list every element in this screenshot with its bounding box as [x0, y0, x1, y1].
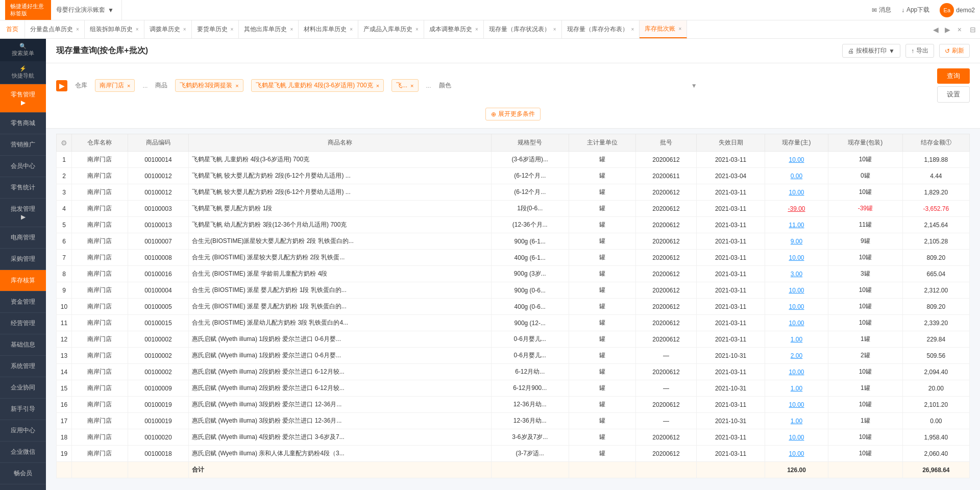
refresh-button[interactable]: ↺ 刷新 — [939, 44, 970, 58]
message-icon: ✉ — [872, 7, 877, 14]
app-download-button[interactable]: ↓ App下载 — [901, 6, 929, 14]
sidebar-item-system[interactable]: 系统管理 — [0, 356, 46, 377]
tab-prev-button[interactable]: ◀ — [930, 26, 942, 34]
close-icon[interactable]: × — [350, 27, 353, 32]
td-qty-main[interactable]: 10.00 — [765, 429, 828, 446]
tab-material-out[interactable]: 材料出库单历史 × — [299, 20, 358, 38]
tab-borrow[interactable]: 要货单历史 × — [192, 20, 239, 38]
sidebar-item-wholesale[interactable]: 批发管理 ▶ — [0, 199, 46, 227]
sidebar-search[interactable]: 🔍 搜索菜单 — [0, 39, 46, 61]
product-tag-2-close[interactable]: × — [376, 83, 379, 89]
td-spec: (3-6岁适用)... — [491, 152, 569, 168]
td-qty-main[interactable]: 10.00 — [765, 184, 828, 201]
td-qty-main[interactable]: 11.00 — [765, 217, 828, 233]
td-qty-main[interactable]: 10.00 — [765, 397, 828, 413]
user-profile[interactable]: Ea demo2 — [940, 3, 975, 17]
td-qty-main[interactable]: 10.00 — [765, 152, 828, 168]
sidebar-item-basic-info[interactable]: 基础信息 — [0, 334, 46, 356]
sidebar-item-retail-stats[interactable]: 零售统计 — [0, 177, 46, 199]
expand-button[interactable]: ⊕ 展开更多条件 — [485, 108, 541, 120]
sidebar-item-purchasing[interactable]: 采购管理 — [0, 249, 46, 270]
settings-icon[interactable]: ⚙ — [61, 139, 67, 147]
td-expire: 2021-03-11 — [697, 397, 765, 413]
filter-toggle-button[interactable]: ▶ — [56, 80, 67, 91]
sidebar-item-app-center[interactable]: 应用中心 — [0, 420, 46, 442]
close-icon[interactable]: × — [183, 27, 186, 32]
tab-other-out[interactable]: 其他出库单历史 × — [239, 20, 299, 38]
close-icon[interactable]: × — [631, 27, 634, 32]
sidebar-item-marketing[interactable]: 营销推广 — [0, 134, 46, 156]
sidebar-item-members[interactable]: 会员中心 — [0, 156, 46, 177]
td-batch: 20200612 — [635, 233, 696, 250]
arrow-icon: ▶ — [3, 213, 43, 220]
tab-batch-voucher[interactable]: 库存批次账 × — [640, 20, 687, 38]
td-expire: 2021-03-11 — [697, 184, 765, 201]
tab-menu-button[interactable]: ⊟ — [966, 26, 980, 34]
td-qty-main[interactable]: 2.00 — [765, 348, 828, 364]
td-code: 00100009 — [128, 380, 188, 397]
td-qty-main[interactable]: 1.00 — [765, 380, 828, 397]
sidebar-item-vip[interactable]: 畅会员 — [0, 463, 46, 484]
td-unit: 罐 — [569, 201, 635, 217]
tab-home[interactable]: 首页 — [0, 20, 25, 38]
close-icon[interactable]: × — [475, 27, 478, 32]
sidebar-item-enterprise-wechat[interactable]: 企业微信 — [0, 442, 46, 463]
td-qty-main[interactable]: 10.00 — [765, 250, 828, 266]
sidebar-item-finance[interactable]: 资金管理 — [0, 291, 46, 313]
td-qty-main[interactable]: 1.00 — [765, 413, 828, 429]
td-qty-main[interactable]: 1.00 — [765, 331, 828, 348]
tab-mix[interactable]: 调拨单历史 × — [144, 20, 192, 38]
tab-next-button[interactable]: ▶ — [942, 26, 953, 34]
export-button[interactable]: ↑ 导出 — [905, 44, 934, 58]
company-selector[interactable]: 母婴行业演示账套 ▼ — [51, 0, 122, 20]
sidebar-item-ecommerce[interactable]: 电商管理 — [0, 227, 46, 249]
close-icon[interactable]: × — [415, 27, 419, 32]
color-expand-icon[interactable]: ▼ — [691, 82, 697, 89]
close-icon[interactable]: × — [136, 27, 139, 32]
td-qty-main[interactable]: 0.00 — [765, 168, 828, 184]
td-no: 8 — [57, 266, 72, 282]
close-icon[interactable]: × — [290, 27, 293, 32]
tab-close-all-button[interactable]: × — [953, 26, 966, 34]
td-qty-main[interactable]: 9.00 — [765, 233, 828, 250]
td-qty-main[interactable]: 10.00 — [765, 299, 828, 315]
product-more[interactable]: ... — [426, 82, 431, 89]
close-icon[interactable]: × — [678, 26, 681, 32]
tab-split-check[interactable]: 分量盘点单历史 × — [25, 20, 85, 38]
sidebar-item-retail-mall[interactable]: 零售商城 — [0, 113, 46, 134]
product-filter-tag-2[interactable]: 飞鹤星飞帆 儿童奶粉 4段(3-6岁适用) 700克 × — [251, 79, 384, 92]
tab-inv-status[interactable]: 现存量（库存状况表） × — [484, 20, 562, 38]
td-qty-main[interactable]: 10.00 — [765, 315, 828, 331]
product-filter-tag-1[interactable]: 飞鹤奶粉3段两提装 × — [175, 79, 243, 92]
close-icon[interactable]: × — [231, 27, 234, 32]
tab-cost-adjust[interactable]: 成本调整单历史 × — [424, 20, 484, 38]
warehouse-tag-close[interactable]: × — [127, 83, 130, 89]
sidebar-item-new-guide[interactable]: 新手引导 — [0, 399, 46, 420]
warehouse-more[interactable]: ... — [142, 82, 148, 89]
warehouse-filter-tag[interactable]: 南岸门店 × — [95, 79, 135, 92]
message-button[interactable]: ✉ 消息 — [872, 6, 891, 14]
template-print-button[interactable]: 🖨 按模板打印 ▼ — [842, 44, 900, 58]
sidebar-quick-nav[interactable]: ⚡ 快捷导航 — [0, 61, 46, 84]
product-tag-1-close[interactable]: × — [235, 83, 238, 89]
sidebar-item-retail[interactable]: 零售管理 ▶ — [0, 84, 46, 113]
close-icon[interactable]: × — [553, 27, 556, 32]
sidebar-item-inventory[interactable]: 库存核算 — [0, 270, 46, 291]
sidebar-item-enterprise[interactable]: 企业协同 — [0, 377, 46, 399]
td-qty-main[interactable]: 10.00 — [765, 282, 828, 299]
td-qty-main[interactable]: -39.00 — [765, 201, 828, 217]
expand-more-conditions[interactable]: ⊕ 展开更多条件 — [56, 105, 970, 123]
tab-unpack[interactable]: 组装拆卸单历史 × — [85, 20, 144, 38]
tab-inv-dist[interactable]: 现存量（库存分布表） × — [562, 20, 640, 38]
tab-product-in[interactable]: 产成品入库单历史 × — [358, 20, 424, 38]
query-button[interactable]: 查询 — [937, 68, 970, 84]
td-qty-main[interactable]: 10.00 — [765, 446, 828, 462]
close-icon[interactable]: × — [76, 27, 79, 32]
setting-button[interactable]: 设置 — [937, 86, 970, 103]
td-no: 9 — [57, 282, 72, 299]
td-qty-main[interactable]: 3.00 — [765, 266, 828, 282]
product-tag-3-close[interactable]: × — [410, 83, 413, 89]
td-qty-main[interactable]: 10.00 — [765, 364, 828, 380]
sidebar-item-operations[interactable]: 经营管理 — [0, 313, 46, 334]
product-filter-tag-3[interactable]: 飞... × — [391, 79, 418, 92]
